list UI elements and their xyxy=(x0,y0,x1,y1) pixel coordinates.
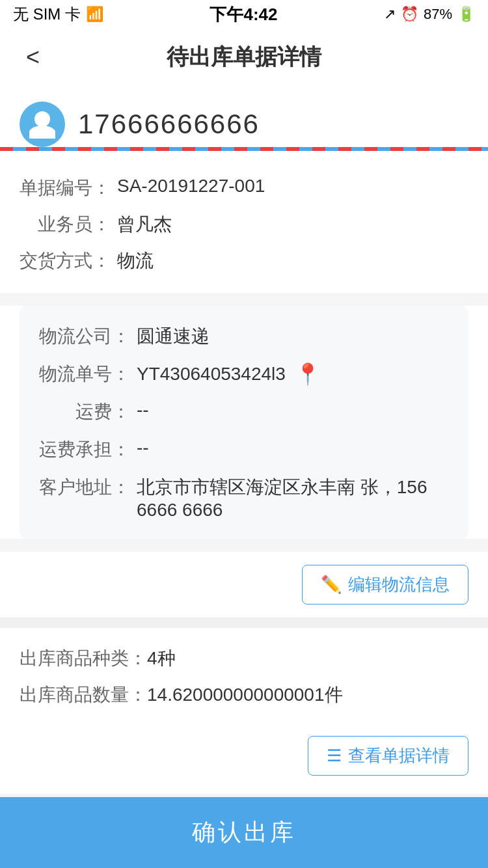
logistics-company-row: 物流公司： 圆通速递 xyxy=(39,324,449,349)
logistics-company-label: 物流公司： xyxy=(39,324,130,349)
basic-info-section: 单据编号： SA-20191227-001 业务员： 曾凡杰 交货方式： 物流 xyxy=(0,160,488,293)
tracking-value: YT43064053424l3 📍 xyxy=(130,362,449,387)
battery-icon: 🔋 xyxy=(457,6,475,23)
sales-person-value: 曾凡杰 xyxy=(111,212,468,237)
status-left: 无 SIM 卡 📶 xyxy=(13,4,103,25)
avatar xyxy=(20,102,65,147)
delivery-method-label: 交货方式： xyxy=(20,249,111,273)
address-value: 北京市市辖区海淀区永丰南 张，156 6666 6666 xyxy=(130,475,449,521)
wifi-icon: 📶 xyxy=(86,6,103,23)
detail-btn-row: ☰ 查看单据详情 xyxy=(0,726,488,794)
alarm-icon: ⏰ xyxy=(401,6,418,23)
battery-label: 87% xyxy=(424,6,452,23)
back-button[interactable]: < xyxy=(20,37,46,77)
tracking-location-icon[interactable]: 📍 xyxy=(295,362,321,387)
svg-point-1 xyxy=(29,126,55,139)
logistics-card: 物流公司： 圆通速递 物流单号： YT43064053424l3 📍 运费： -… xyxy=(20,306,468,539)
freight-value: -- xyxy=(130,400,449,420)
product-section: 出库商品种类： 4种 出库商品数量： 14.620000000000001件 xyxy=(0,628,488,726)
logistics-company-value: 圆通速递 xyxy=(130,324,449,349)
delivery-method-row: 交货方式： 物流 xyxy=(20,249,468,273)
status-bar: 无 SIM 卡 📶 下午4:42 ↗ ⏰ 87% 🔋 xyxy=(0,0,488,29)
customer-phone: 17666666666 xyxy=(78,109,260,140)
status-right: ↗ ⏰ 87% 🔋 xyxy=(384,6,475,23)
nav-bar: < 待出库单据详情 xyxy=(0,29,488,86)
product-quantity-row: 出库商品数量： 14.620000000000001件 xyxy=(20,683,468,707)
doc-number-row: 单据编号： SA-20191227-001 xyxy=(20,176,468,200)
tracking-label: 物流单号： xyxy=(39,362,130,387)
sales-person-label: 业务员： xyxy=(20,212,111,237)
product-quantity-label: 出库商品数量： xyxy=(20,683,147,707)
sales-person-row: 业务员： 曾凡杰 xyxy=(20,212,468,237)
address-label: 客户地址： xyxy=(39,475,130,500)
product-type-value: 4种 xyxy=(147,646,176,671)
product-quantity-value: 14.620000000000001件 xyxy=(147,683,343,707)
freight-bearer-row: 运费承担： -- xyxy=(39,437,449,462)
page-title: 待出库单据详情 xyxy=(167,42,321,72)
tracking-number-row: 物流单号： YT43064053424l3 📍 xyxy=(39,362,449,387)
freight-bearer-label: 运费承担： xyxy=(39,437,130,462)
edit-btn-row: ✏️ 编辑物流信息 xyxy=(0,552,488,617)
address-row: 客户地址： 北京市市辖区海淀区永丰南 张，156 6666 6666 xyxy=(39,475,449,521)
freight-row: 运费： -- xyxy=(39,400,449,424)
freight-label: 运费： xyxy=(39,400,130,424)
edit-icon: ✏️ xyxy=(321,575,342,595)
location-status-icon: ↗ xyxy=(384,6,396,23)
svg-point-0 xyxy=(34,111,50,127)
bottom-bar: 确认出库 xyxy=(0,797,488,868)
doc-number-label: 单据编号： xyxy=(20,176,111,200)
detail-icon: ☰ xyxy=(327,746,342,766)
doc-number-value: SA-20191227-001 xyxy=(111,176,468,197)
carrier-label: 无 SIM 卡 xyxy=(13,4,81,25)
product-type-label: 出库商品种类： xyxy=(20,646,147,671)
decorative-border xyxy=(0,147,488,151)
view-detail-button[interactable]: ☰ 查看单据详情 xyxy=(308,736,468,776)
edit-logistics-button[interactable]: ✏️ 编辑物流信息 xyxy=(302,565,468,604)
freight-bearer-value: -- xyxy=(130,437,449,458)
status-time: 下午4:42 xyxy=(210,3,277,26)
header-section: 17666666666 xyxy=(0,86,488,147)
product-type-row: 出库商品种类： 4种 xyxy=(20,646,468,671)
confirm-outbound-button[interactable]: 确认出库 xyxy=(26,817,462,848)
section-divider-1 xyxy=(0,617,488,628)
delivery-method-value: 物流 xyxy=(111,249,468,273)
